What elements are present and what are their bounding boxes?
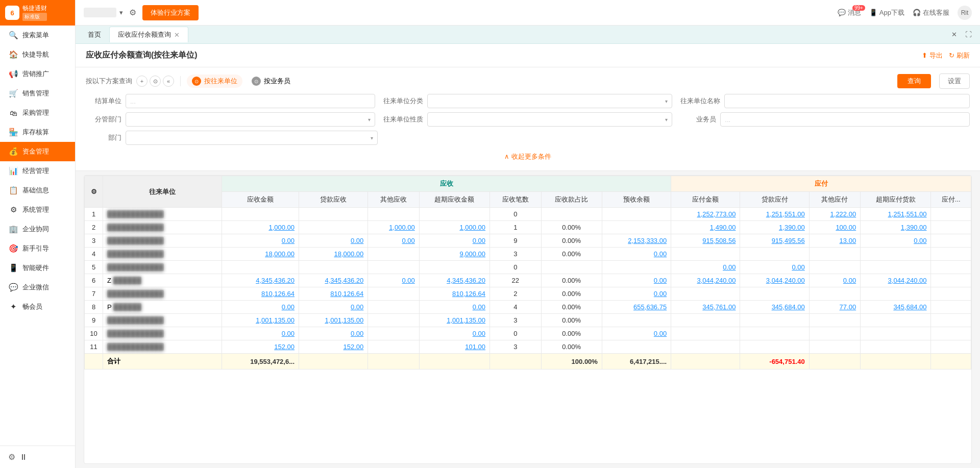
row-ap-other[interactable]: 13.00 bbox=[809, 234, 860, 248]
row-ap-overdue[interactable] bbox=[861, 287, 931, 301]
sidebar-item-hardware[interactable]: 📱智能硬件 bbox=[0, 258, 75, 278]
row-ap-loan[interactable]: 1,390.00 bbox=[740, 221, 809, 234]
row-ap-more[interactable] bbox=[931, 261, 971, 274]
solution-button[interactable]: 体验行业方案 bbox=[142, 5, 199, 20]
row-ap-other[interactable] bbox=[809, 287, 860, 301]
row-ar-loan[interactable]: 152.00 bbox=[299, 340, 368, 354]
sidebar-item-wechat[interactable]: 💬企业微信 bbox=[0, 278, 75, 297]
row-ar-other[interactable] bbox=[368, 261, 419, 274]
row-ap-other[interactable]: 1,222.00 bbox=[809, 208, 860, 221]
footer-ap-loan[interactable]: -654,751.40 bbox=[740, 354, 809, 370]
row-ap-overdue[interactable]: 1,251,551.00 bbox=[861, 208, 931, 221]
topbar-gear-icon[interactable]: ⚙ bbox=[129, 8, 136, 17]
row-ap-loan[interactable] bbox=[740, 327, 809, 340]
row-ar-prepay[interactable] bbox=[602, 314, 671, 327]
row-ap-other[interactable] bbox=[809, 261, 860, 274]
settings-bottom-icon[interactable]: ⚙ bbox=[8, 452, 15, 462]
row-ap-overdue[interactable]: 1,390.00 bbox=[861, 221, 931, 234]
row-ar-prepay[interactable]: 0.00 bbox=[602, 327, 671, 340]
filter-by-staff[interactable]: ⊙ 按业务员 bbox=[247, 75, 296, 88]
row-ar-loan[interactable] bbox=[299, 208, 368, 221]
row-ap-other[interactable]: 0.00 bbox=[809, 274, 860, 287]
row-ap-other[interactable] bbox=[809, 327, 860, 340]
row-ar-loan[interactable]: 0.00 bbox=[299, 327, 368, 340]
row-ar-loan[interactable] bbox=[299, 261, 368, 274]
sidebar-item-business[interactable]: 📊经营管理 bbox=[0, 161, 75, 181]
row-ap-more[interactable] bbox=[931, 234, 971, 248]
row-ap-loan[interactable]: 345,684.00 bbox=[740, 301, 809, 314]
row-ap-more[interactable] bbox=[931, 221, 971, 234]
row-ap-overdue[interactable] bbox=[861, 261, 931, 274]
row-ap-loan[interactable]: 0.00 bbox=[740, 261, 809, 274]
unit-category-input[interactable]: ▾ bbox=[427, 94, 673, 108]
sidebar-item-basic[interactable]: 📋基础信息 bbox=[0, 181, 75, 200]
row-ap-more[interactable] bbox=[931, 301, 971, 314]
tab-expand-icon[interactable]: ⛶ bbox=[961, 31, 976, 38]
row-ap-overdue[interactable]: 345,684.00 bbox=[861, 301, 931, 314]
row-ar-prepay[interactable]: 0.00 bbox=[602, 287, 671, 301]
sidebar-item-system[interactable]: ⚙系统管理 bbox=[0, 200, 75, 219]
settings-button[interactable]: 设置 bbox=[939, 73, 970, 89]
row-ap-overdue[interactable]: 0.00 bbox=[861, 234, 931, 248]
sidebar-item-guide[interactable]: 🎯新手引导 bbox=[0, 239, 75, 258]
sidebar-item-member[interactable]: ✦畅会员 bbox=[0, 297, 75, 316]
row-ar-other[interactable]: 0.00 bbox=[368, 274, 419, 287]
row-ar-other[interactable] bbox=[368, 208, 419, 221]
row-ap-other[interactable] bbox=[809, 248, 860, 261]
row-ap-loan[interactable] bbox=[740, 340, 809, 354]
query-button[interactable]: 查询 bbox=[897, 74, 931, 88]
row-ar-amount[interactable]: 810,126.64 bbox=[222, 287, 299, 301]
row-ap-loan[interactable] bbox=[740, 287, 809, 301]
row-ar-amount[interactable]: 18,000.00 bbox=[222, 248, 299, 261]
row-ar-amount[interactable]: 152.00 bbox=[222, 340, 299, 354]
row-ar-amount[interactable] bbox=[222, 208, 299, 221]
row-ap-amount[interactable] bbox=[671, 340, 740, 354]
app-download-button[interactable]: 📱 App下载 bbox=[869, 8, 904, 17]
row-ap-amount[interactable] bbox=[671, 287, 740, 301]
row-ar-other[interactable] bbox=[368, 314, 419, 327]
row-ar-loan[interactable]: 18,000.00 bbox=[299, 248, 368, 261]
row-ap-amount[interactable]: 1,490.00 bbox=[671, 221, 740, 234]
row-ap-loan[interactable] bbox=[740, 248, 809, 261]
row-ar-other[interactable] bbox=[368, 287, 419, 301]
row-ar-overdue[interactable]: 1,000.00 bbox=[419, 221, 489, 234]
footer-ar-prepay[interactable]: 6,417,215.... bbox=[602, 354, 671, 370]
sidebar-item-search[interactable]: 🔍搜索菜单 bbox=[0, 26, 75, 45]
row-ar-other[interactable]: 0.00 bbox=[368, 234, 419, 248]
user-avatar[interactable]: Rit bbox=[958, 6, 972, 20]
row-ar-prepay[interactable]: 655,636.75 bbox=[602, 301, 671, 314]
row-ar-overdue[interactable]: 4,345,436.20 bbox=[419, 274, 489, 287]
row-ar-loan[interactable]: 810,126.64 bbox=[299, 287, 368, 301]
tab-home[interactable]: 首页 bbox=[80, 27, 109, 42]
row-ap-overdue[interactable] bbox=[861, 327, 931, 340]
row-ar-overdue[interactable]: 0.00 bbox=[419, 327, 489, 340]
sidebar-item-inventory[interactable]: 🏪库存核算 bbox=[0, 122, 75, 142]
row-ap-amount[interactable]: 1,252,773.00 bbox=[671, 208, 740, 221]
row-ap-loan[interactable]: 3,044,240.00 bbox=[740, 274, 809, 287]
row-ap-overdue[interactable] bbox=[861, 314, 931, 327]
row-ap-overdue[interactable] bbox=[861, 248, 931, 261]
row-ar-amount[interactable]: 1,000.00 bbox=[222, 221, 299, 234]
row-ap-amount[interactable] bbox=[671, 327, 740, 340]
row-ar-amount[interactable]: 0.00 bbox=[222, 301, 299, 314]
service-button[interactable]: 🎧 在线客服 bbox=[913, 8, 949, 17]
collapse-filter-button[interactable]: ∧ 收起更多条件 bbox=[86, 149, 970, 164]
row-ar-prepay[interactable] bbox=[602, 221, 671, 234]
row-ap-amount[interactable] bbox=[671, 248, 740, 261]
row-ar-other[interactable] bbox=[368, 340, 419, 354]
row-ar-prepay[interactable] bbox=[602, 340, 671, 354]
row-ar-overdue[interactable]: 810,126.64 bbox=[419, 287, 489, 301]
collapse-scheme-icon[interactable]: « bbox=[163, 76, 174, 87]
section-dept-input[interactable]: ▾ bbox=[126, 131, 378, 145]
row-ar-prepay[interactable]: 0.00 bbox=[602, 274, 671, 287]
table-settings-icon[interactable]: ⚙ bbox=[91, 188, 97, 195]
unit-name-input[interactable] bbox=[724, 94, 970, 108]
unit-nature-input[interactable]: ▾ bbox=[427, 112, 673, 127]
sidebar-item-purchase[interactable]: 🛍采购管理 bbox=[0, 103, 75, 122]
row-ar-other[interactable] bbox=[368, 248, 419, 261]
row-ap-loan[interactable] bbox=[740, 314, 809, 327]
row-ar-overdue[interactable] bbox=[419, 261, 489, 274]
tab-close-window-icon[interactable]: ✕ bbox=[947, 31, 961, 38]
message-button[interactable]: 💬 消息 99+ bbox=[838, 8, 861, 17]
row-ar-other[interactable] bbox=[368, 301, 419, 314]
